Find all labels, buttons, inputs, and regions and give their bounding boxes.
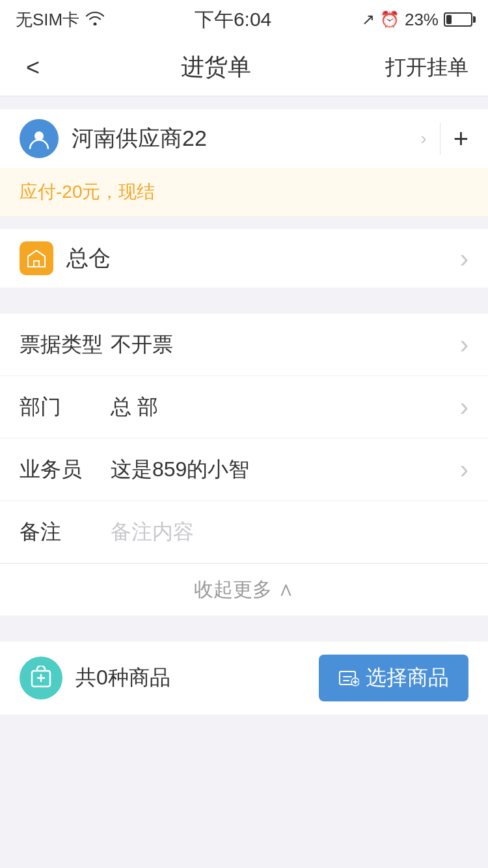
staff-label: 业务员	[20, 455, 111, 484]
warehouse-row[interactable]: 总仓	[0, 229, 488, 288]
status-bar: 无SIM卡 下午6:04 ↗ ⏰ 23%	[0, 0, 488, 39]
section-gap-2	[0, 216, 488, 229]
supplier-row[interactable]: 河南供应商22 › +	[0, 109, 488, 168]
staff-row[interactable]: 业务员 这是859的小智	[0, 439, 488, 501]
form-section: 票据类型 不开票 部门 总 部 业务员 这是859的小智 备注 备注内容 收起更…	[0, 314, 488, 616]
invoice-type-value: 不开票	[111, 331, 460, 359]
department-value: 总 部	[111, 393, 460, 422]
open-pending-button[interactable]: 打开挂单	[385, 53, 468, 82]
department-label: 部门	[20, 393, 111, 422]
collapse-label: 收起更多 ∧	[194, 576, 293, 603]
wifi-icon	[86, 10, 104, 30]
location-icon: ↗	[362, 10, 375, 29]
product-count: 共0种商品	[75, 664, 306, 692]
alert-banner: 应付-20元，现结	[0, 168, 488, 216]
product-icon	[20, 657, 62, 699]
status-right: ↗ ⏰ 23%	[362, 10, 472, 30]
section-gap-3	[0, 288, 488, 301]
status-time: 下午6:04	[195, 7, 271, 33]
collapse-row[interactable]: 收起更多 ∧	[0, 563, 488, 616]
invoice-type-label: 票据类型	[20, 331, 111, 359]
warehouse-name: 总仓	[66, 243, 460, 273]
alarm-icon: ⏰	[380, 10, 400, 29]
staff-arrow-icon	[460, 455, 468, 484]
bottom-bar: 共0种商品 选择商品	[0, 642, 488, 714]
note-input[interactable]: 备注内容	[111, 518, 468, 547]
page-title: 进货单	[181, 51, 251, 83]
supplier-name: 河南供应商22	[72, 124, 420, 154]
warehouse-icon	[20, 241, 53, 275]
note-row[interactable]: 备注 备注内容	[0, 501, 488, 563]
warehouse-card: 总仓	[0, 229, 488, 288]
warehouse-arrow-icon	[460, 244, 468, 273]
status-left: 无SIM卡	[16, 8, 104, 31]
note-label: 备注	[20, 518, 111, 547]
back-button[interactable]: <	[20, 47, 46, 88]
add-supplier-button[interactable]: +	[454, 124, 468, 154]
department-arrow-icon	[460, 392, 468, 422]
select-product-button[interactable]: 选择商品	[319, 655, 468, 701]
select-product-icon	[338, 668, 359, 688]
nav-bar: < 进货单 打开挂单	[0, 39, 488, 96]
select-product-label: 选择商品	[366, 664, 449, 692]
battery-percent: 23%	[405, 10, 439, 30]
department-row[interactable]: 部门 总 部	[0, 376, 488, 439]
section-gap-4	[0, 616, 488, 629]
supplier-divider	[440, 122, 441, 155]
invoice-type-arrow-icon	[460, 330, 468, 359]
supplier-card: 河南供应商22 › + 应付-20元，现结	[0, 109, 488, 216]
carrier-label: 无SIM卡	[16, 8, 79, 31]
section-gap-1	[0, 96, 488, 109]
invoice-type-row[interactable]: 票据类型 不开票	[0, 314, 488, 376]
supplier-arrow-icon: ›	[420, 128, 426, 149]
alert-text: 应付-20元，现结	[20, 182, 155, 202]
battery-icon	[444, 12, 472, 27]
supplier-avatar	[20, 119, 59, 158]
staff-value: 这是859的小智	[111, 455, 460, 484]
